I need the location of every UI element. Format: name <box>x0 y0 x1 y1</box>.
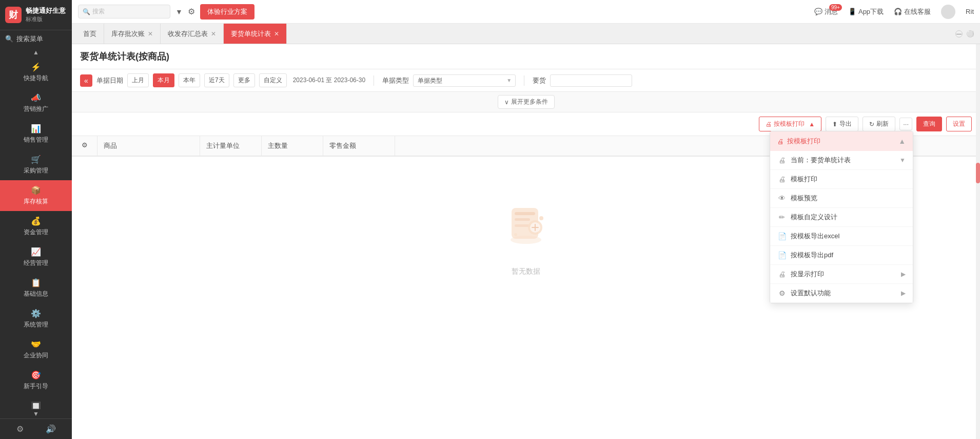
tab-home[interactable]: 首页 <box>78 24 104 44</box>
dropdown-item-template-print[interactable]: 🖨 模板打印 <box>770 170 913 189</box>
settings-btn[interactable]: 设置 <box>946 117 972 131</box>
close-receipt-summary-tab[interactable]: ✕ <box>211 30 216 37</box>
user-name[interactable]: Rit <box>966 8 974 15</box>
order-type-select-wrapper: 单据类型 <box>413 74 516 87</box>
th-amount: 零售金额 <box>323 136 395 156</box>
header-dropdown-btn[interactable]: ▼ <box>175 8 183 16</box>
close-order-summary-tab[interactable]: ✕ <box>274 30 279 37</box>
marketing-icon: 📣 <box>31 93 41 103</box>
sidebar-item-guide[interactable]: 🎯 新手引导 <box>0 365 72 396</box>
close-inventory-batch-tab[interactable]: ✕ <box>148 30 153 37</box>
more-actions-btn[interactable]: ··· <box>899 118 912 130</box>
dropdown-item-template-preview[interactable]: 👁 模板预览 <box>770 189 913 208</box>
brand-name: 畅捷通好生意 <box>26 6 66 15</box>
messages-btn[interactable]: 💬 消息 99+ <box>814 7 838 16</box>
date-btn-last-month[interactable]: 上月 <box>127 73 149 87</box>
dropdown-close-btn[interactable]: ▲ <box>898 137 906 145</box>
basic-icon: 📋 <box>31 278 41 288</box>
current-template-label: 当前：要货单统计表 <box>791 156 851 165</box>
tab-receipt-summary[interactable]: 收发存汇总表 ✕ <box>161 24 224 44</box>
restore-btn[interactable]: ⬜ <box>967 30 974 37</box>
user-avatar[interactable] <box>941 5 955 19</box>
print-btn[interactable]: 🖨 按模板打印 ▲ <box>759 117 821 131</box>
sidebar-item-sales[interactable]: 📊 销售管理 <box>0 119 72 149</box>
print-icon: 🖨 <box>766 121 772 128</box>
purchase-icon: 🛒 <box>31 155 41 164</box>
quick-nav-icon: ⚡ <box>31 62 41 72</box>
header-gear-icon[interactable]: ⚙ <box>188 7 195 16</box>
sidebar-item-label: 库存核算 <box>24 197 48 206</box>
header-search-bar[interactable]: 🔍 搜索 <box>78 5 170 18</box>
minimize-btn[interactable]: — <box>955 30 963 37</box>
display-print-label: 按显示打印 <box>791 270 824 279</box>
app-download-btn[interactable]: 📱 App下载 <box>848 7 884 16</box>
scroll-down-arrow[interactable]: ▼ <box>0 409 72 418</box>
sidebar-item-system[interactable]: ⚙️ 系统管理 <box>0 303 72 334</box>
print-btn-label: 按模板打印 <box>774 120 805 128</box>
sidebar-item-apps[interactable]: 🔲 应用中心 <box>0 396 72 409</box>
dropdown-title: 🖨 按模板打印 <box>777 137 820 146</box>
date-btn-this-year[interactable]: 本年 <box>179 73 200 87</box>
export-btn[interactable]: ⬆ 导出 <box>826 117 858 131</box>
action-bar: 🖨 按模板打印 ▲ ⬆ 导出 ↻ 刷新 ··· 查询 设置 <box>72 112 980 136</box>
sidebar-item-label: 销售管理 <box>24 136 48 144</box>
empty-text: 暂无数据 <box>512 267 540 276</box>
set-default-chevron: ▶ <box>901 290 906 297</box>
date-btn-more[interactable]: 更多 <box>233 73 255 87</box>
print-dropdown-panel: 🖨 按模板打印 ▲ 🖨 当前：要货单统计表 ▼ 🖨 模板打印 <box>770 131 913 303</box>
sidebar-search-btn[interactable]: 🔍 搜索菜单 <box>0 30 72 48</box>
sidebar-item-label: 新手引导 <box>24 382 48 391</box>
dropdown-item-template-design[interactable]: ✏ 模板自定义设计 <box>770 208 913 227</box>
scrollbar-thumb[interactable] <box>976 163 980 183</box>
dropdown-current-template[interactable]: 🖨 当前：要货单统计表 ▼ <box>770 151 913 170</box>
tab-order-summary[interactable]: 要货单统计表 ✕ <box>224 24 287 44</box>
system-icon: ⚙️ <box>31 309 41 318</box>
top-header: 🔍 搜索 ▼ ⚙ 体验行业方案 💬 消息 99+ 📱 App下载 🎧 在线客服 … <box>72 0 980 24</box>
th-settings[interactable]: ⚙ <box>72 136 97 156</box>
print-chevron-up-icon: ▲ <box>809 121 815 128</box>
app-download-label: App下载 <box>858 7 884 16</box>
dropdown-item-export-excel[interactable]: 📄 按模板导出excel <box>770 227 913 246</box>
expand-more-btn[interactable]: ∨ 展开更多条件 <box>498 95 555 109</box>
tab-bar: 首页 库存批次账 ✕ 收发存汇总表 ✕ 要货单统计表 ✕ — ⬜ <box>72 24 980 44</box>
order-type-select[interactable]: 单据类型 <box>413 74 516 87</box>
inventory-icon: 📦 <box>31 185 41 195</box>
dropdown-item-export-pdf[interactable]: 📄 按模板导出pdf <box>770 246 913 265</box>
filter-expand-btn[interactable]: « <box>80 74 92 87</box>
export-excel-label: 按模板导出excel <box>791 232 839 241</box>
sidebar-item-marketing[interactable]: 📣 营销推广 <box>0 88 72 119</box>
refresh-btn[interactable]: ↻ 刷新 <box>863 117 895 131</box>
trial-btn[interactable]: 体验行业方案 <box>200 4 254 20</box>
window-controls: — ⬜ <box>955 30 974 37</box>
sidebar-item-inventory[interactable]: 📦 库存核算 <box>0 180 72 211</box>
tab-inventory-batch[interactable]: 库存批次账 ✕ <box>104 24 161 44</box>
sidebar-item-purchase[interactable]: 🛒 采购管理 <box>0 149 72 180</box>
sidebar-item-finance[interactable]: 💰 资金管理 <box>0 211 72 242</box>
dropdown-item-set-default[interactable]: ⚙ 设置默认功能 ▶ <box>770 284 913 303</box>
date-btn-this-month[interactable]: 本月 <box>153 73 174 87</box>
sidebar-item-quick-nav[interactable]: ⚡ 快捷导航 <box>0 57 72 88</box>
right-scrollbar[interactable] <box>976 44 980 439</box>
set-default-icon: ⚙ <box>777 289 787 297</box>
sidebar-item-basic[interactable]: 📋 基础信息 <box>0 273 72 303</box>
settings-bottom-icon[interactable]: ⚙ <box>16 424 24 434</box>
dropdown-item-display-print[interactable]: 🖨 按显示打印 ▶ <box>770 265 913 284</box>
message-icon: 💬 <box>814 8 822 15</box>
date-btn-custom[interactable]: 自定义 <box>259 73 287 87</box>
sidebar-item-label: 系统管理 <box>24 320 48 329</box>
sidebar-search-label: 搜索菜单 <box>16 34 43 44</box>
yh-input[interactable] <box>550 74 632 87</box>
sidebar-item-operation[interactable]: 📈 经营管理 <box>0 242 72 273</box>
page-area: 要货单统计表(按商品) « 单据日期 上月 本月 本年 近7天 更多 自定义 2… <box>72 44 980 439</box>
date-btn-7days[interactable]: 近7天 <box>204 73 229 87</box>
logo-icon: 财 <box>5 7 22 23</box>
refresh-icon: ↻ <box>869 121 874 128</box>
sales-icon: 📊 <box>31 124 41 133</box>
online-service-btn[interactable]: 🎧 在线客服 <box>894 7 931 16</box>
sidebar-item-collab[interactable]: 🤝 企业协同 <box>0 334 72 365</box>
scroll-up-arrow[interactable]: ▲ <box>0 48 72 57</box>
sound-bottom-icon[interactable]: 🔊 <box>46 424 56 434</box>
query-btn[interactable]: 查询 <box>916 117 942 131</box>
sidebar-item-label: 企业协同 <box>24 351 48 360</box>
template-preview-label: 模板预览 <box>791 194 817 203</box>
